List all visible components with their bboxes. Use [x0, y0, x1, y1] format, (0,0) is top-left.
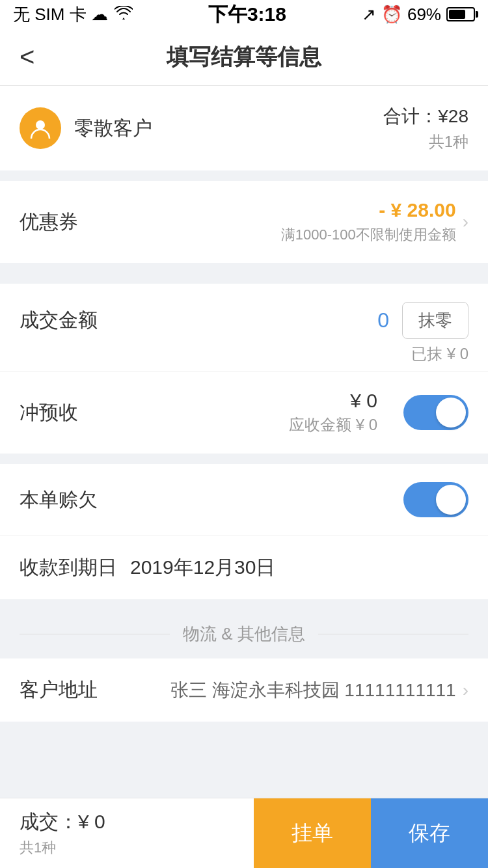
address-row[interactable]: 客户地址 张三 海淀永丰科技园 11111111111 › — [0, 658, 488, 722]
due-date-row: 收款到期日 2019年12月30日 — [0, 536, 488, 599]
coupon-row[interactable]: 优惠券 - ¥ 28.00 满1000-100不限制使用金额 › — [0, 181, 488, 263]
deal-amount-right: 0 抹零 — [377, 302, 468, 339]
coupon-right: - ¥ 28.00 满1000-100不限制使用金额 › — [281, 199, 468, 245]
logistics-text: 物流 & 其他信息 — [183, 623, 305, 645]
customer-name: 零散客户 — [74, 115, 152, 142]
deal-amount-sub: 已抹 ¥ 0 — [411, 345, 468, 362]
content: 零散客户 合计：¥28 共1种 优惠券 - ¥ 28.00 满1000-100不… — [0, 86, 488, 868]
address-value: 张三 海淀永丰科技园 11111111111 — [170, 678, 456, 703]
coupon-info: - ¥ 28.00 满1000-100不限制使用金额 — [281, 199, 456, 245]
wifi-icon — [115, 5, 133, 25]
section-separator-1 — [0, 273, 488, 284]
bottom-deal-amount: ¥ 0 — [78, 811, 105, 832]
customer-row: 零散客户 合计：¥28 共1种 — [0, 86, 488, 170]
no-sim-text: 无 SIM 卡 ☁ — [13, 3, 108, 26]
prepaid-amount: ¥ 0 — [289, 390, 377, 412]
bottom-bar: 成交：¥ 0 共1种 挂单 保存 — [0, 798, 488, 868]
due-date-label: 收款到期日 — [20, 554, 117, 581]
due-date-value[interactable]: 2019年12月30日 — [130, 554, 275, 581]
svg-point-0 — [36, 120, 45, 129]
battery-percent: 69% — [407, 5, 441, 25]
prepaid-info: ¥ 0 应收金额 ¥ 0 — [289, 390, 377, 435]
bottom-count: 共1种 — [20, 838, 234, 858]
customer-summary: 合计：¥28 共1种 — [383, 104, 468, 152]
back-button[interactable]: < — [20, 42, 59, 72]
bottom-summary: 成交：¥ 0 共1种 — [0, 809, 254, 858]
section-separator-2 — [0, 454, 488, 464]
chevron-right-icon: › — [463, 211, 468, 232]
toggle-knob — [436, 398, 466, 427]
total-count: 共1种 — [383, 131, 468, 152]
form-section-1: 成交金额 0 抹零 已抹 ¥ 0 冲预收 ¥ 0 应收金额 ¥ 0 — [0, 284, 488, 454]
page-title: 填写结算等信息 — [167, 42, 321, 72]
location-icon: ↗ — [362, 5, 376, 25]
battery-icon — [446, 7, 475, 21]
prepaid-label: 冲预收 — [20, 400, 78, 426]
section-separator-4 — [0, 722, 488, 732]
customer-left: 零散客户 — [20, 107, 152, 149]
total-amount: 合计：¥28 — [383, 104, 468, 129]
nav-bar: < 填写结算等信息 — [0, 29, 488, 86]
coupon-amount: - ¥ 28.00 — [281, 199, 456, 221]
hold-button[interactable]: 挂单 — [254, 798, 371, 869]
section-separator-3 — [0, 599, 488, 610]
logistics-line-left — [20, 634, 170, 634]
credit-toggle[interactable] — [403, 482, 468, 517]
prepaid-toggle[interactable] — [403, 395, 468, 430]
logistics-line-right — [318, 634, 468, 634]
status-bar: 无 SIM 卡 ☁ 下午3:18 ↗ ⏰ 69% — [0, 0, 488, 29]
credit-toggle-knob — [436, 485, 466, 515]
status-time: 下午3:18 — [208, 1, 286, 28]
coupon-card: 优惠券 - ¥ 28.00 满1000-100不限制使用金额 › — [0, 181, 488, 263]
address-chevron-icon: › — [463, 680, 468, 701]
round-zero-button[interactable]: 抹零 — [402, 302, 468, 339]
bottom-deal-label: 成交：¥ 0 — [20, 809, 234, 835]
customer-card: 零散客户 合计：¥28 共1种 — [0, 86, 488, 170]
address-label: 客户地址 — [20, 677, 98, 703]
deal-amount-label: 成交金额 — [20, 307, 98, 334]
deal-amount-row: 成交金额 0 抹零 已抹 ¥ 0 — [0, 284, 488, 371]
prepaid-sub: 应收金额 ¥ 0 — [289, 414, 377, 435]
save-button[interactable]: 保存 — [371, 798, 488, 869]
logistics-header: 物流 & 其他信息 — [0, 610, 488, 658]
deal-amount-value[interactable]: 0 — [377, 308, 389, 332]
status-right: ↗ ⏰ 69% — [362, 5, 475, 25]
credit-section: 本单赊欠 收款到期日 2019年12月30日 — [0, 464, 488, 599]
prepaid-row: 冲预收 ¥ 0 应收金额 ¥ 0 — [0, 371, 488, 454]
coupon-desc: 满1000-100不限制使用金额 — [281, 225, 456, 245]
status-left: 无 SIM 卡 ☁ — [13, 3, 133, 26]
credit-label: 本单赊欠 — [20, 487, 98, 513]
avatar — [20, 107, 61, 149]
address-right: 张三 海淀永丰科技园 11111111111 › — [170, 678, 468, 703]
credit-row: 本单赊欠 — [0, 464, 488, 536]
coupon-label: 优惠券 — [20, 209, 78, 236]
alarm-icon: ⏰ — [381, 5, 402, 25]
